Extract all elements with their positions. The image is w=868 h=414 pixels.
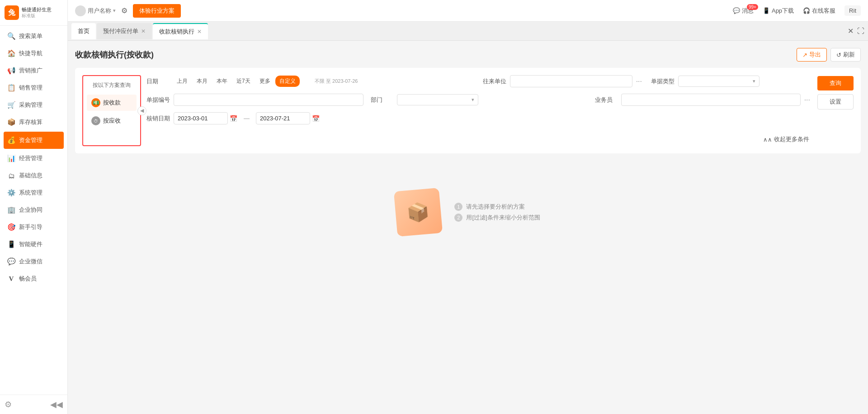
partner-label: 往来单位 [483, 77, 506, 86]
gear-icon[interactable]: ⚙ [121, 6, 127, 15]
sidebar-item-member[interactable]: V 畅会员 [0, 270, 67, 287]
date-range-hint: 不限 至 2023-07-26 [315, 78, 358, 85]
sidebar-item-label: 销售管理 [19, 84, 42, 92]
tab-collection[interactable]: 收款核销执行 ✕ [153, 23, 208, 39]
chevron-down-icon[interactable]: ▾ [113, 8, 116, 14]
calendar-end-icon[interactable]: 📅 [312, 115, 320, 122]
online-service-button[interactable]: 🎧 在线客服 [803, 7, 835, 15]
doc-number-label: 单据编号 [146, 96, 170, 104]
sidebar-item-marketing[interactable]: 📢 营销推广 [0, 62, 67, 79]
partner-field: 往来单位 ··· [483, 75, 644, 87]
purchase-icon: 🛒 [7, 101, 15, 109]
collection-icon: 💵 [91, 98, 100, 107]
close-window-icon[interactable]: ✕ [848, 27, 854, 35]
filter-option-by-collection-label: 按收款 [103, 99, 121, 107]
tab-prepay[interactable]: 预付冲应付单 ✕ [97, 23, 152, 39]
department-select[interactable]: ▾ [397, 94, 478, 105]
department-field: 部门 ▾ [371, 94, 588, 105]
sidebar-item-operations[interactable]: 📊 经营管理 [0, 150, 67, 167]
inventory-icon: 📦 [7, 118, 15, 126]
logo-text-group: 畅捷通好生意 标准版 [22, 6, 52, 19]
refresh-icon: ↺ [836, 52, 841, 58]
tab-collection-close[interactable]: ✕ [197, 29, 202, 35]
member-icon: V [7, 275, 15, 283]
form-action-buttons: 查询 设置 [817, 75, 854, 146]
refresh-button[interactable]: ↺ 刷新 [830, 48, 861, 62]
sidebar-item-enterprise[interactable]: 🏢 企业协同 [0, 201, 67, 219]
date-quick-buttons: 上月 本月 本年 近7天 更多 自定义 [173, 76, 300, 87]
tab-collection-label: 收款核销执行 [159, 28, 194, 36]
sidebar-item-label: 系统管理 [19, 189, 42, 197]
date-btn-more[interactable]: 更多 [255, 76, 274, 87]
sidebar-item-label: 企业协同 [19, 206, 42, 214]
filter-option-by-collection[interactable]: 💵 按收款 [87, 95, 137, 111]
guide-icon: 🎯 [7, 223, 15, 231]
message-button[interactable]: 💬 消息 99+ [733, 7, 754, 15]
empty-state: 📦 1 请先选择要分析的方案 2 用[过滤]条件来缩小分析范围 [75, 153, 861, 271]
app-download-button[interactable]: 📱 App下载 [763, 7, 794, 15]
verify-date-start-input[interactable] [174, 112, 228, 124]
sidebar-collapse-icon[interactable]: ◀◀ [50, 400, 63, 409]
tab-prepay-close[interactable]: ✕ [141, 28, 146, 34]
topbar-right: 💬 消息 99+ 📱 App下载 🎧 在线客服 Rit [733, 5, 861, 16]
sidebar-item-purchase[interactable]: 🛒 采购管理 [0, 96, 67, 114]
sidebar-item-label: 快捷导航 [19, 49, 42, 57]
logo-icon: 兔 [5, 5, 19, 20]
filter-option-by-receivable[interactable]: ⏱ 按应收 [87, 113, 137, 129]
sidebar-item-weixin[interactable]: 💬 企业微信 [0, 253, 67, 270]
sidebar-nav: 🔍 搜索菜单 🏠 快捷导航 📢 营销推广 📋 销售管理 🛒 采购管理 📦 库存核… [0, 26, 67, 395]
collapse-left-icon: ◀ [140, 108, 144, 114]
message-icon: 💬 [733, 7, 740, 14]
tabbar-right: ✕ ⛶ [848, 27, 864, 35]
main-area: 用户名称 ▾ ⚙ 体验行业方案 💬 消息 99+ 📱 App下载 🎧 在线客服 … [68, 0, 868, 414]
empty-hint-1: 1 请先选择要分析的方案 [454, 203, 540, 211]
collapse-row: ∧∧ 收起更多条件 [146, 131, 812, 146]
sidebar-item-hardware[interactable]: 📱 智能硬件 [0, 236, 67, 253]
user-display-name: Rit [844, 5, 861, 16]
weixin-icon: 💬 [7, 257, 15, 266]
expand-window-icon[interactable]: ⛶ [857, 27, 864, 35]
filter-sidebar: 按以下方案查询 💵 按收款 ⏱ 按应收 ◀ [82, 75, 141, 146]
sidebar-item-quicknav[interactable]: 🏠 快捷导航 [0, 45, 67, 62]
sidebar-item-label: 营销推广 [19, 67, 42, 75]
solution-button[interactable]: 体验行业方案 [133, 4, 181, 18]
collapse-chevron-icon: ∧∧ [763, 136, 772, 143]
logo-sub: 标准版 [22, 13, 52, 19]
content-area: 收款核销执行(按收款) ↗ 导出 ↺ 刷新 按以下方案查询 💵 按收款 [68, 41, 868, 414]
basic-icon: 🗂 [7, 172, 15, 180]
verify-date-start-group: 📅 [174, 112, 237, 124]
collapse-more-button[interactable]: ∧∧ 收起更多条件 [760, 133, 812, 146]
settings-button[interactable]: 设置 [817, 94, 854, 109]
date-btn-this-month[interactable]: 本月 [193, 76, 212, 87]
query-button[interactable]: 查询 [817, 76, 854, 90]
app-label: App下载 [772, 7, 794, 15]
hint-text-2: 用[过滤]条件来缩小分析范围 [466, 214, 540, 222]
partner-more-icon[interactable]: ··· [634, 76, 644, 87]
sidebar-item-search[interactable]: 🔍 搜索菜单 [0, 28, 67, 45]
sidebar-item-label: 资金管理 [19, 136, 42, 144]
date-btn-custom[interactable]: 自定义 [275, 76, 300, 87]
filter-option-by-receivable-label: 按应收 [103, 117, 121, 125]
filter-row-1: 日期 上月 本月 本年 近7天 更多 自定义 [146, 75, 812, 87]
sidebar-item-inventory[interactable]: 📦 库存核算 [0, 114, 67, 131]
salesperson-input[interactable] [621, 94, 801, 106]
filter-collapse-button[interactable]: ◀ [137, 106, 146, 115]
verify-date-end-input[interactable] [256, 112, 310, 124]
partner-input[interactable] [510, 75, 632, 87]
export-button[interactable]: ↗ 导出 [797, 48, 827, 62]
sidebar-item-basic[interactable]: 🗂 基础信息 [0, 167, 67, 184]
sidebar-item-sales[interactable]: 📋 销售管理 [0, 79, 67, 96]
date-btn-7days[interactable]: 近7天 [232, 76, 255, 87]
sidebar-item-finance[interactable]: 💰 资金管理 [4, 132, 64, 149]
tab-home[interactable]: 首页 [71, 23, 96, 39]
sidebar-item-system[interactable]: ⚙️ 系统管理 [0, 184, 67, 201]
date-btn-this-year[interactable]: 本年 [212, 76, 231, 87]
doc-number-input[interactable] [174, 94, 363, 106]
date-btn-last-month[interactable]: 上月 [173, 76, 192, 87]
sidebar-settings-icon[interactable]: ⚙ [5, 400, 12, 409]
sidebar-item-guide[interactable]: 🎯 新手引导 [0, 219, 67, 236]
doc-number-field: 单据编号 [146, 94, 363, 106]
doc-type-select[interactable]: ▾ [678, 76, 760, 87]
salesperson-more-icon[interactable]: ··· [802, 94, 812, 106]
calendar-start-icon[interactable]: 📅 [230, 115, 237, 122]
